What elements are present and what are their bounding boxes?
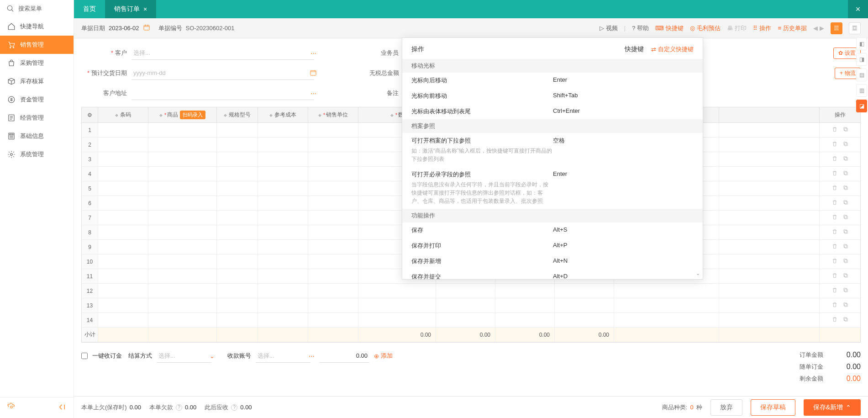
delete-icon[interactable] (831, 228, 838, 236)
collapse-icon[interactable] (58, 403, 66, 413)
settings-icon[interactable] (7, 403, 16, 413)
rail-btn-3[interactable]: ▤ (856, 69, 867, 81)
toolbar-history[interactable]: ≡ 历史单据 (778, 24, 807, 32)
delete-icon[interactable] (831, 199, 838, 207)
delete-icon[interactable] (831, 185, 838, 192)
sidebar-item-label: 快捷导航 (20, 22, 44, 31)
delete-icon[interactable] (831, 287, 838, 295)
account-input[interactable] (256, 349, 310, 363)
delete-icon[interactable] (831, 258, 838, 265)
row-index: 2 (82, 138, 98, 152)
calendar-icon[interactable] (310, 69, 317, 78)
save-draft-button[interactable]: 保存草稿 (751, 399, 795, 416)
close-icon[interactable]: × (143, 5, 147, 13)
custom-shortcut-link[interactable]: ⇄ 自定义快捷键 (651, 45, 694, 53)
sidebar-item-finance[interactable]: 资金管理 (0, 90, 74, 109)
sidebar-search[interactable]: 搜索菜单 (0, 0, 74, 17)
view-detail-icon[interactable]: ☰ (831, 22, 842, 34)
rail-btn-4[interactable]: ▥ (856, 84, 867, 97)
doc-date-value[interactable]: 2023-06-02 (109, 25, 139, 32)
sidebar-item-quicknav[interactable]: 快捷导航 (0, 17, 74, 36)
toolbar-shortcut[interactable]: ⌨ 快捷键 (655, 24, 684, 32)
toolbar-profit[interactable]: ◎ 毛利预估 (690, 24, 721, 32)
delete-icon[interactable] (831, 243, 838, 251)
help-icon[interactable]: ? (231, 404, 237, 411)
delete-icon[interactable] (831, 141, 838, 148)
tab-sales-order[interactable]: 销售订单 × (105, 0, 156, 18)
shortcut-row: 保存并新增Alt+N (402, 254, 703, 269)
tab-home[interactable]: 首页 (74, 0, 105, 18)
amount-input[interactable] (319, 349, 369, 363)
table-row[interactable]: 12 (82, 284, 860, 298)
rail-btn-2[interactable]: ◨ (856, 53, 867, 66)
table-row[interactable]: 14 (82, 313, 860, 328)
rail-btn-1[interactable]: ◧ (856, 37, 867, 50)
copy-icon[interactable] (842, 302, 849, 309)
toolbar-video[interactable]: ▷ 视频 (600, 24, 618, 32)
view-list-icon[interactable]: ☲ (849, 22, 861, 34)
discard-button[interactable]: 放弃 (710, 399, 742, 416)
sidebar-item-business[interactable]: 经营管理 (0, 109, 74, 127)
more-icon[interactable]: ⋯ (310, 50, 316, 57)
delete-icon[interactable] (831, 302, 838, 309)
sidebar-item-basedata[interactable]: 基础信息 (0, 127, 74, 145)
copy-icon[interactable] (842, 243, 849, 251)
copy-icon[interactable] (842, 185, 849, 192)
copy-icon[interactable] (842, 199, 849, 207)
prev-icon[interactable]: ◀ (813, 25, 818, 32)
toolbar-print[interactable]: 🖶 打印 (727, 24, 747, 32)
delete-icon[interactable] (831, 155, 838, 163)
toolbar-help[interactable]: ? 帮助 (632, 24, 649, 32)
col-unit[interactable]: ◆*销售单位 (308, 107, 358, 122)
calendar-icon[interactable] (143, 24, 150, 32)
delete-icon[interactable] (831, 126, 838, 134)
copy-icon[interactable] (842, 258, 849, 265)
toolbar-operate[interactable]: ⠿ 操作 (753, 24, 771, 32)
copy-icon[interactable] (842, 170, 849, 178)
row-index: 11 (82, 269, 98, 283)
copy-icon[interactable] (842, 272, 849, 280)
chevron-down-icon[interactable]: ⌄ (210, 353, 215, 360)
next-icon[interactable]: ▶ (820, 25, 824, 32)
deliver-date-input[interactable] (132, 66, 314, 80)
col-spec[interactable]: ◆规格型号 (217, 107, 258, 122)
copy-icon[interactable] (842, 316, 849, 324)
copy-icon[interactable] (842, 155, 849, 163)
copy-icon[interactable] (842, 214, 849, 222)
table-row[interactable]: 13 (82, 298, 860, 313)
more-icon[interactable]: ⋯ (309, 353, 315, 360)
copy-icon[interactable] (842, 141, 849, 148)
scan-badge[interactable]: 扫码录入 (180, 111, 205, 119)
col-barcode[interactable]: ◆条码 (98, 107, 148, 122)
shortcut-popover: 操作 快捷键 ⇄ 自定义快捷键 移动光标光标向后移动Enter光标向前移动Shi… (402, 37, 703, 280)
grid-gear-icon[interactable]: ⚙ (82, 107, 98, 122)
sidebar-item-purchase[interactable]: 采购管理 (0, 54, 74, 72)
tabs-close-all[interactable]: × (848, 0, 868, 18)
col-cost[interactable]: ◆参考成本 (258, 107, 308, 122)
toolbar-nav: ◀ ▶ (813, 25, 824, 32)
settle-input[interactable] (157, 349, 211, 363)
delete-icon[interactable] (831, 316, 838, 324)
sidebar-item-inventory[interactable]: 库存核算 (0, 72, 74, 90)
data-icon (7, 132, 16, 140)
addr-input[interactable] (132, 86, 314, 100)
delete-icon[interactable] (831, 170, 838, 178)
add-button[interactable]: ⊕ 添加 (374, 352, 393, 360)
rail-btn-5[interactable]: ◪ (856, 100, 867, 112)
sidebar-item-sales[interactable]: 销售管理 (0, 36, 74, 54)
customer-input[interactable] (132, 46, 314, 60)
more-icon[interactable]: ⋯ (310, 90, 316, 97)
copy-icon[interactable] (842, 126, 849, 134)
delete-icon[interactable] (831, 214, 838, 222)
copy-icon[interactable] (842, 287, 849, 295)
save-button[interactable]: 保存&新增 ⌃ (804, 399, 861, 416)
svg-rect-43 (843, 274, 846, 276)
svg-rect-44 (844, 289, 847, 292)
copy-icon[interactable] (842, 228, 849, 236)
sidebar-item-system[interactable]: 系统管理 (0, 145, 74, 164)
help-icon[interactable]: ? (176, 404, 182, 411)
deposit-checkbox[interactable] (81, 353, 88, 359)
svg-rect-16 (144, 25, 149, 30)
delete-icon[interactable] (831, 272, 838, 280)
col-product[interactable]: ◆*商品扫码录入 (148, 107, 217, 122)
